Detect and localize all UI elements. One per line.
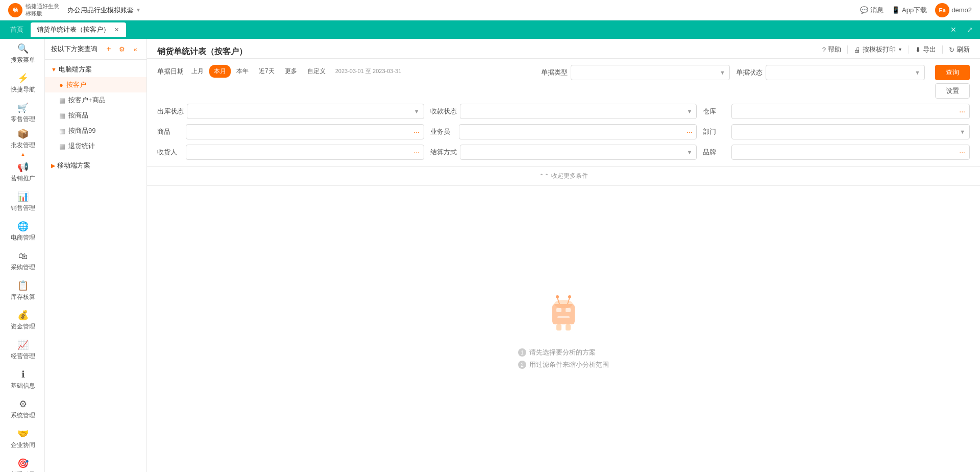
sidebar-item-ecommerce[interactable]: 🌐 电商管理	[0, 217, 44, 246]
consignee-input[interactable]: ···	[186, 145, 424, 160]
sidebar-item-search[interactable]: 🔍 搜索菜单	[0, 39, 44, 68]
chevron-down-doc-type-icon: ▼	[720, 69, 725, 76]
scheme-child-customer[interactable]: ● 按客户	[45, 77, 146, 92]
close-window-button[interactable]: ✕	[947, 23, 960, 36]
collapse-button[interactable]: ⌃⌃ 收起更多条件	[533, 170, 594, 182]
filter-area: 单据日期 上月 本月 本年 近7天 更多 自定义 2023-03-01 至 20…	[147, 59, 980, 167]
consignee-filter: 收货人 ···	[157, 145, 424, 160]
message-button[interactable]: 💬 消息	[860, 6, 884, 15]
top-header: 畅 畅捷通好生意 标账版 办公用品行业模拟账套 ▼ 💬 消息 📱 App下载 E…	[0, 0, 980, 20]
brand-dots-icon[interactable]: ···	[959, 148, 965, 156]
department-input[interactable]: ▼	[731, 124, 970, 139]
refresh-icon: ↻	[949, 46, 954, 54]
scheme-child-goods99[interactable]: ▦ 按商品99	[45, 123, 146, 138]
refresh-button[interactable]: ↻ 刷新	[949, 45, 970, 54]
date-more-btn[interactable]: 更多	[280, 65, 302, 78]
out-status-filter: 出库状态 ▼	[157, 104, 424, 119]
tab-home[interactable]: 首页	[4, 22, 30, 37]
svg-rect-3	[566, 308, 571, 312]
collapse-up-icon: ⌃⌃	[539, 173, 549, 180]
doc-status-input[interactable]: ▼	[766, 65, 925, 80]
date-last7-btn[interactable]: 近7天	[254, 65, 279, 78]
message-icon: 💬	[860, 6, 868, 14]
warehouse-input[interactable]: ···	[731, 104, 970, 119]
app-selector[interactable]: 办公用品行业模拟账套 ▼	[63, 4, 145, 17]
out-status-input[interactable]: ▼	[187, 104, 424, 119]
scheme-child-customer-goods[interactable]: ▦ 按客户+商品	[45, 92, 146, 108]
box-small-icon: ▦	[59, 112, 65, 120]
date-custom-btn[interactable]: 自定义	[303, 65, 330, 78]
date-last-month-btn[interactable]: 上月	[187, 65, 208, 78]
sidebar-item-sales[interactable]: 📊 销售管理	[0, 187, 44, 217]
scheme-actions: + ⚙ «	[104, 44, 140, 54]
salesperson-input[interactable]: ···	[459, 124, 697, 139]
template-print-button[interactable]: 🖨 按模板打印 ▼	[854, 45, 902, 54]
scheme-group-mobile-header[interactable]: ▶ 移动端方案	[45, 158, 146, 173]
search-icon: 🔍	[17, 43, 29, 54]
tab-close-button[interactable]: ✕	[113, 26, 120, 33]
chevron-down-print-icon: ▼	[898, 47, 902, 52]
scheme-settings-button[interactable]: ⚙	[117, 44, 127, 54]
svg-rect-9	[556, 324, 561, 331]
doc-type-input[interactable]: ▼	[571, 65, 730, 80]
warehouse-filter: 仓库 ···	[703, 104, 970, 119]
sidebar-item-operation[interactable]: 📈 经营管理	[0, 335, 44, 365]
query-button[interactable]: 查询	[935, 65, 970, 80]
sidebar-item-marketing[interactable]: 📢 营销推广	[0, 157, 44, 187]
scheme-child-return[interactable]: ▦ 退货统计	[45, 138, 146, 154]
export-button[interactable]: ⬇ 导出	[915, 45, 936, 54]
date-range-text: 2023-03-01 至 2023-03-31	[335, 67, 402, 75]
goods-input[interactable]: ···	[186, 124, 424, 139]
goods-dots-icon[interactable]: ···	[413, 128, 420, 136]
filter-row-4: 收货人 ··· 结算方式 ▼ 品牌	[157, 145, 970, 160]
sidebar-item-purchase[interactable]: 🛍 采购管理	[0, 246, 44, 276]
return-icon: ▦	[59, 143, 65, 150]
recv-status-input[interactable]: ▼	[460, 104, 697, 119]
date-this-month-btn[interactable]: 本月	[209, 65, 231, 78]
warehouse-dots-icon[interactable]: ···	[959, 107, 965, 115]
divider-2	[909, 45, 909, 54]
header-left: 畅 畅捷通好生意 标账版 办公用品行业模拟账套 ▼	[8, 3, 145, 17]
date-this-year-btn[interactable]: 本年	[232, 65, 253, 78]
app-download-button[interactable]: 📱 App下载	[892, 6, 927, 15]
date-filter: 单据日期 上月 本月 本年 近7天 更多 自定义 2023-03-01 至 20…	[157, 65, 535, 78]
brand-input[interactable]: ···	[731, 145, 970, 160]
consignee-dots-icon[interactable]: ···	[413, 148, 420, 156]
date-quick-buttons: 上月 本月 本年 近7天 更多 自定义 2023-03-01 至 2023-03…	[187, 65, 535, 78]
sidebar-item-wholesale[interactable]: 📦 批发管理 ▲	[0, 128, 44, 157]
sidebar-item-enterprise[interactable]: 🤝 企业协同	[0, 424, 44, 454]
sidebar-item-quicknav[interactable]: ⚡ 快捷导航	[0, 68, 44, 98]
settle-filter: 结算方式 ▼	[430, 145, 697, 160]
sidebar-item-inventory[interactable]: 📋 库存核算	[0, 276, 44, 305]
sidebar: 🔍 搜索菜单 ⚡ 快捷导航 🛒 零售管理 📦 批发管理 ▲ 📢 营销推广 📊 销…	[0, 39, 45, 472]
collapse-bar: ⌃⌃ 收起更多条件	[147, 167, 980, 186]
sidebar-item-basic[interactable]: ℹ 基础信息	[0, 365, 44, 394]
help-button[interactable]: ? 帮助	[822, 45, 841, 54]
sidebar-item-newbie[interactable]: 🎯 新手引导	[0, 454, 44, 472]
tab-sales-stat[interactable]: 销货单统计表（按客户） ✕	[31, 22, 126, 37]
scheme-group-desktop-header[interactable]: ▼ 电脑端方案	[45, 62, 146, 77]
empty-hint-2: 2 用过滤条件来缩小分析范围	[518, 360, 609, 369]
money-icon: 💰	[17, 310, 29, 321]
divider-1	[847, 45, 848, 54]
salesperson-dots-icon[interactable]: ···	[687, 128, 693, 136]
maximize-button[interactable]: ⤢	[964, 23, 976, 36]
scheme-collapse-button[interactable]: «	[130, 44, 140, 54]
action-area: 查询 设置	[935, 65, 970, 99]
chevron-down-doc-status-icon: ▼	[915, 69, 920, 76]
print-icon: 🖨	[854, 46, 861, 54]
page-header-actions: ? 帮助 🖨 按模板打印 ▼ ⬇ 导出	[822, 45, 970, 58]
scheme-add-button[interactable]: +	[104, 44, 114, 54]
chevron-down-settle-icon: ▼	[687, 149, 692, 155]
scheme-group-mobile: ▶ 移动端方案	[45, 156, 146, 175]
sidebar-item-finance[interactable]: 💰 资金管理	[0, 305, 44, 335]
goods-filter: 商品 ···	[157, 124, 424, 139]
settings-button[interactable]: 设置	[935, 83, 970, 99]
sidebar-item-system[interactable]: ⚙ 系统管理	[0, 394, 44, 424]
scheme-child-goods[interactable]: ▦ 按商品	[45, 108, 146, 123]
sidebar-item-retail[interactable]: 🛒 零售管理	[0, 98, 44, 128]
user-profile[interactable]: Ea demo2	[935, 3, 972, 17]
empty-hint-1: 1 请先选择要分析的方案	[518, 348, 596, 357]
settle-input[interactable]: ▼	[460, 145, 697, 160]
empty-illustration	[538, 289, 589, 340]
